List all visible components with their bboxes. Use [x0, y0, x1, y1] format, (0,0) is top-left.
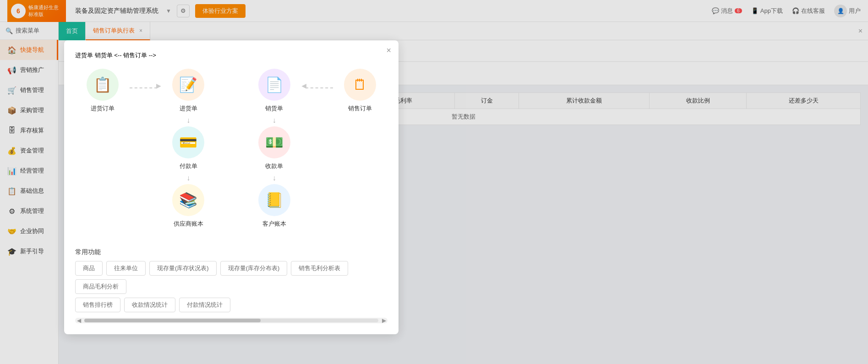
purchase-order-label: 进货订单 [91, 104, 115, 113]
func-current-stock-dist[interactable]: 现存量(库存分布表) [220, 261, 288, 276]
popup-scrollbar[interactable]: ◀ ▶ [75, 318, 388, 323]
func-product[interactable]: 商品 [75, 261, 103, 276]
supplier-ledger-icon: 📚 [172, 184, 204, 216]
flow-diagram-overlay: × 进货单 销货单 <-- 销售订单 --> 📋 进货订单 [0, 0, 868, 364]
arrow-down-sales-receipt: ↓ [247, 116, 301, 125]
arrow-down-purchase: ↓ [161, 116, 216, 125]
func-sales-ranking[interactable]: 销售排行榜 [75, 298, 120, 312]
supplier-ledger-label: 供应商账本 [174, 220, 203, 228]
flow-item-receipt[interactable]: 💵 收款单 [247, 126, 301, 170]
receipt-icon: 💵 [258, 126, 290, 158]
arrow-purchase-order-to-purchase: ▶ [130, 82, 161, 99]
sales-order-label: 销售订单 [348, 104, 372, 113]
scrollbar-right-arrow[interactable]: ▶ [380, 317, 388, 324]
arrow-sales-order-to-sales-receipt: ▶ [301, 82, 333, 99]
func-contacts[interactable]: 往来单位 [106, 261, 146, 276]
flow-item-purchase-order[interactable]: 📋 进货订单 [75, 69, 130, 113]
function-buttons-row2: 销售排行榜 收款情况统计 付款情况统计 [75, 298, 388, 312]
arrow-down-receipt: ↓ [247, 174, 301, 182]
purchase-receipt-label: 进货单 [180, 104, 197, 113]
func-product-gross-analysis[interactable]: 商品毛利分析 [75, 279, 126, 294]
popup-close-button[interactable]: × [386, 46, 391, 55]
common-functions-title: 常用功能 [75, 248, 388, 256]
flow-item-customer-ledger[interactable]: 📒 客户账本 [247, 184, 301, 228]
common-functions-section: 常用功能 商品 往来单位 现存量(库存状况表) 现存量(库存分布表) 销售毛利分… [75, 248, 388, 312]
flow-diagram-popup: × 进货单 销货单 <-- 销售订单 --> 📋 进货订单 [64, 40, 399, 334]
func-current-stock-status[interactable]: 现存量(库存状况表) [149, 261, 217, 276]
flow-item-purchase-receipt[interactable]: 📝 进货单 [161, 69, 216, 113]
sales-receipt-icon: 📄 [258, 69, 290, 101]
customer-ledger-icon: 📒 [258, 184, 290, 216]
customer-ledger-label: 客户账本 [262, 220, 286, 228]
flow-item-supplier-ledger[interactable]: 📚 供应商账本 [161, 184, 216, 228]
flow-item-payment[interactable]: 💳 付款单 [161, 126, 216, 170]
sales-order-icon: 🗒 [344, 69, 376, 101]
arrow-down-payment: ↓ [161, 174, 216, 182]
func-receipt-stats[interactable]: 收款情况统计 [124, 298, 175, 312]
scrollbar-left-arrow[interactable]: ◀ [75, 317, 82, 324]
function-buttons-row1: 商品 往来单位 现存量(库存状况表) 现存量(库存分布表) 销售毛利分析表 商品… [75, 261, 388, 294]
purchase-receipt-icon: 📝 [172, 69, 204, 101]
func-sales-gross-analysis[interactable]: 销售毛利分析表 [291, 261, 348, 276]
flow-container: 📋 进货订单 ▶ 📝 进货单 [75, 60, 388, 241]
payment-icon: 💳 [172, 126, 204, 158]
scrollbar-thumb [84, 319, 261, 322]
payment-label: 付款单 [180, 162, 197, 170]
flow-item-sales-order[interactable]: 🗒 销售订单 [333, 69, 388, 113]
scrollbar-track[interactable] [84, 319, 378, 322]
purchase-order-icon: 📋 [87, 69, 119, 101]
sales-receipt-label: 销货单 [265, 104, 283, 113]
flow-item-sales-receipt[interactable]: 📄 销货单 [247, 69, 301, 113]
receipt-label: 收款单 [265, 162, 283, 170]
func-payment-stats[interactable]: 付款情况统计 [179, 298, 230, 312]
